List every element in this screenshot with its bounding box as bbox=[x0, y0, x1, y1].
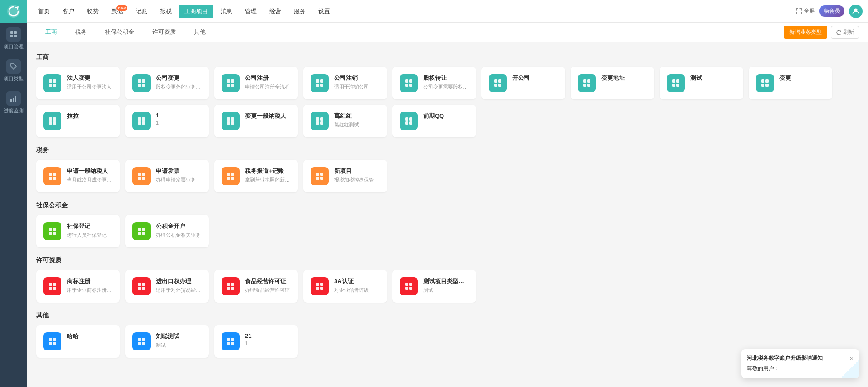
vip-button[interactable]: 畅会员 bbox=[819, 5, 844, 17]
nav-bookkeeping[interactable]: 记账 bbox=[130, 5, 153, 18]
card-icon-3-0 bbox=[43, 277, 61, 295]
cards-grid-1: 申请一般纳税人 当月或次月成变更完成 申请发票 办理申请发票业务 bbox=[36, 160, 859, 192]
refresh-button[interactable]: 刷新 bbox=[831, 26, 859, 39]
card-name-0-0: 法人变更 bbox=[67, 74, 113, 82]
sidebar-item-project-management[interactable]: 项目管理 bbox=[0, 23, 27, 55]
svg-rect-51 bbox=[142, 117, 145, 121]
section-title-1: 税务 bbox=[36, 146, 859, 154]
svg-rect-79 bbox=[320, 173, 323, 176]
svg-rect-55 bbox=[231, 117, 234, 121]
svg-rect-57 bbox=[231, 121, 234, 125]
nav-message[interactable]: 消息 bbox=[215, 5, 238, 18]
svg-rect-60 bbox=[316, 121, 319, 125]
nav-fee[interactable]: 收费 bbox=[81, 5, 104, 18]
card-0-0[interactable]: 法人变更 适用于公司变更法人 bbox=[36, 67, 120, 99]
nav-home[interactable]: 首页 bbox=[33, 5, 55, 18]
nav-ticket[interactable]: 票据 new bbox=[106, 5, 128, 18]
card-1-0[interactable]: 申请一般纳税人 当月或次月成变更完成 bbox=[36, 160, 120, 192]
svg-rect-74 bbox=[227, 173, 230, 176]
card-icon-0-12 bbox=[311, 112, 329, 130]
card-desc-0-12: 葛红红测试 bbox=[334, 121, 380, 128]
nav-service[interactable]: 服务 bbox=[288, 5, 311, 18]
nav-business-project[interactable]: 工商项目 bbox=[179, 5, 213, 18]
content-area: 工商 税务 社保公积金 许可资质 其他 新增业务类型 刷新 工商 bbox=[27, 23, 868, 387]
card-3-0[interactable]: 商标注册 用于企业商标注册服务 bbox=[36, 270, 120, 303]
card-name-1-0: 申请一般纳税人 bbox=[67, 167, 113, 175]
card-1-1[interactable]: 申请发票 办理申请发票业务 bbox=[125, 160, 209, 192]
svg-rect-19 bbox=[231, 79, 234, 83]
svg-rect-68 bbox=[49, 177, 52, 180]
card-0-10[interactable]: 1 1 bbox=[125, 105, 209, 137]
card-0-4[interactable]: 股权转让 公司变更需要股权转让 bbox=[392, 67, 476, 99]
svg-rect-120 bbox=[227, 342, 230, 345]
grid-icon bbox=[6, 27, 21, 42]
card-3-1[interactable]: 进出口权办理 适用于对外贸易经营者 bbox=[125, 270, 209, 303]
svg-rect-113 bbox=[53, 342, 56, 345]
card-info-0-4: 股权转让 公司变更需要股权转让 bbox=[423, 74, 469, 90]
nav-tax[interactable]: 报税 bbox=[155, 5, 177, 18]
card-name-0-4: 股权转让 bbox=[423, 74, 469, 82]
card-4-0[interactable]: 哈哈 bbox=[36, 325, 120, 358]
card-0-3[interactable]: 公司注销 适用于注销公司 bbox=[303, 67, 387, 99]
card-0-1[interactable]: 公司变更 股权变更外的业务变更 bbox=[125, 67, 209, 99]
card-4-2[interactable]: 21 1 bbox=[214, 325, 298, 358]
svg-rect-121 bbox=[231, 342, 234, 345]
nav-manage[interactable]: 管理 bbox=[240, 5, 262, 18]
card-3-2[interactable]: 食品经营许可证 办理食品经营许可证 bbox=[214, 270, 298, 303]
card-0-5[interactable]: 开公司 bbox=[481, 67, 565, 99]
card-info-0-2: 公司注册 申请公司注册全流程 bbox=[245, 74, 291, 90]
svg-rect-56 bbox=[227, 121, 230, 125]
sidebar-item-project-type[interactable]: 项目类型 bbox=[0, 55, 27, 87]
new-type-button[interactable]: 新增业务类型 bbox=[784, 26, 827, 39]
card-0-13[interactable]: 前期QQ bbox=[392, 105, 476, 137]
svg-rect-22 bbox=[316, 79, 319, 83]
card-0-7[interactable]: 测试 bbox=[660, 67, 743, 99]
svg-rect-25 bbox=[320, 84, 323, 87]
card-info-4-0: 哈哈 bbox=[67, 332, 113, 342]
card-4-1[interactable]: 刘聪测试 测试 bbox=[125, 325, 209, 358]
card-desc-0-2: 申请公司注册全流程 bbox=[245, 84, 291, 90]
card-3-3[interactable]: 3A认证 对企业信誉评级 bbox=[303, 270, 387, 303]
card-1-2[interactable]: 税务报道+记账 拿到营业执照的新公司 bbox=[214, 160, 298, 192]
card-0-8[interactable]: 变更 bbox=[749, 67, 832, 99]
card-info-2-0: 社保登记 进行人员社保登记 bbox=[67, 222, 113, 238]
svg-rect-87 bbox=[142, 228, 145, 231]
svg-rect-37 bbox=[587, 84, 590, 87]
tab-business[interactable]: 工商 bbox=[36, 23, 66, 42]
card-0-11[interactable]: 变更一般纳税人 bbox=[214, 105, 298, 137]
card-icon-3-1 bbox=[132, 277, 151, 295]
svg-rect-40 bbox=[672, 84, 675, 87]
avatar[interactable] bbox=[849, 5, 863, 18]
card-name-0-3: 公司注销 bbox=[334, 74, 380, 82]
card-3-4[interactable]: 测试项目类型自定义 测试 bbox=[392, 270, 476, 303]
nav-customer[interactable]: 客户 bbox=[57, 5, 80, 18]
tab-other[interactable]: 其他 bbox=[185, 23, 215, 42]
card-1-3[interactable]: 新项目 报税加税控盘保管 bbox=[303, 160, 387, 192]
card-desc-0-3: 适用于注销公司 bbox=[334, 84, 380, 90]
card-0-2[interactable]: 公司注册 申请公司注册全流程 bbox=[214, 67, 298, 99]
fullscreen-button[interactable]: 全屏 bbox=[796, 7, 815, 15]
svg-rect-114 bbox=[138, 338, 141, 341]
card-2-0[interactable]: 社保登记 进行人员社保登记 bbox=[36, 215, 120, 247]
card-2-1[interactable]: 公积金开户 办理公积金相关业务 bbox=[125, 215, 209, 247]
svg-rect-91 bbox=[53, 283, 56, 286]
cards-grid-4: 哈哈 刘聪测试 测试 bbox=[36, 325, 859, 358]
svg-rect-7 bbox=[13, 98, 14, 102]
tab-license[interactable]: 许可资质 bbox=[143, 23, 185, 42]
card-0-12[interactable]: 葛红红 葛红红测试 bbox=[303, 105, 387, 137]
tab-tax[interactable]: 税务 bbox=[66, 23, 96, 42]
svg-rect-18 bbox=[227, 79, 230, 83]
nav-operation[interactable]: 经营 bbox=[264, 5, 287, 18]
svg-rect-82 bbox=[49, 228, 52, 231]
nav-settings[interactable]: 设置 bbox=[313, 5, 335, 18]
card-0-9[interactable]: 拉拉 bbox=[36, 105, 120, 137]
card-info-1-0: 申请一般纳税人 当月或次月成变更完成 bbox=[67, 167, 113, 183]
card-desc-1-3: 报税加税控盘保管 bbox=[334, 177, 380, 183]
sidebar-logo[interactable] bbox=[0, 0, 27, 23]
tab-social-security[interactable]: 社保公积金 bbox=[96, 23, 143, 42]
card-0-6[interactable]: 变更地址 bbox=[571, 67, 654, 99]
card-info-3-4: 测试项目类型自定义 测试 bbox=[423, 277, 469, 294]
svg-rect-86 bbox=[138, 228, 141, 231]
card-name-4-1: 刘聪测试 bbox=[156, 332, 202, 340]
sidebar-item-progress-monitor[interactable]: 进度监测 bbox=[0, 87, 27, 119]
